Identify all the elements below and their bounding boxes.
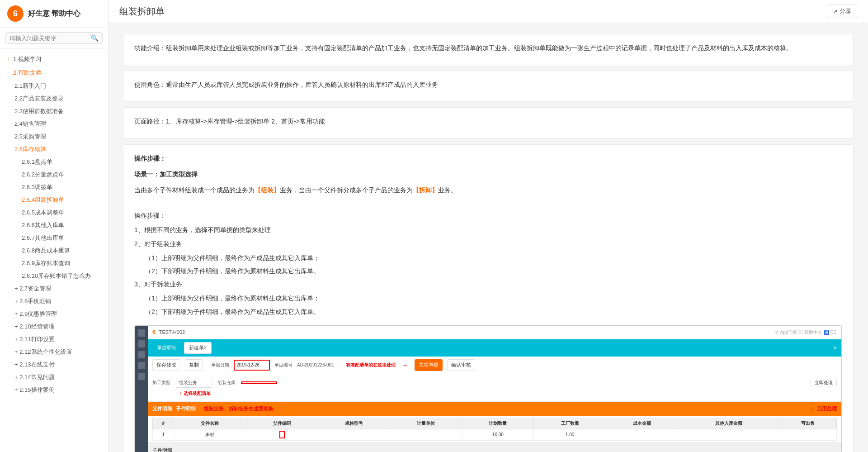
mock-sidebar-icon-1 [138, 329, 145, 337]
expand-plus: + [14, 374, 19, 381]
sidebar-item-inventory[interactable]: 2.6.1盘点单 [0, 156, 108, 168]
mock-confirm-btn[interactable]: 确认审核 [447, 359, 475, 371]
search-input[interactable] [9, 35, 91, 42]
step2: 2、对于组装业务 [134, 238, 842, 250]
sidebar-item-online-pay[interactable]: + 2.13在线支付 [0, 358, 108, 371]
sidebar-item-finance[interactable]: + 2.7资金管理 [0, 282, 108, 295]
sidebar-item-transfer[interactable]: 2.6.3调拨单 [0, 181, 108, 194]
td-sellable [779, 429, 837, 441]
expand-plus: + [14, 310, 19, 317]
logo-area: 6 好生意 帮助中心 [0, 0, 108, 28]
sidebar-item-inbound[interactable]: 2.6.6其他入库单 [0, 219, 108, 232]
expand-plus: + [14, 386, 19, 393]
path-card: 页面路径：1、库存核算->库存管理->组装拆卸单 2、首页->常用功能 [123, 107, 854, 138]
sidebar-item-install[interactable]: 2.2产品安装及登录 [0, 92, 108, 105]
mock-sidebar-icon-4 [138, 362, 145, 369]
sidebar-item-personalize[interactable]: + 2.12系统个性化设置 [0, 346, 108, 358]
sidebar-item-stock[interactable]: 2.6库存核算 [0, 143, 108, 156]
mock-type-value[interactable]: 组装业务 [176, 378, 212, 388]
mock-parent-label: 父件明细 [152, 404, 172, 414]
sidebar-item-assembly[interactable]: 2.6.4组装拆卸单 [0, 194, 108, 206]
mock-sidebar-icon-5 [138, 373, 145, 380]
sidebar-item-cost-adjust[interactable]: 2.6.5成本调整单 [0, 206, 108, 219]
mock-approve-btn[interactable]: 立即处理 [811, 378, 837, 387]
highlighted-input[interactable] [279, 431, 285, 438]
td-parent-name: 未材 [174, 429, 246, 441]
steps-title: 操作步骤： [134, 153, 842, 164]
expand-plus: + [14, 361, 19, 368]
sidebar-item-purchase[interactable]: 2.5采购管理 [0, 130, 108, 143]
mock-approve-label: 立即处理 [811, 379, 837, 386]
collapse-icon: − [7, 70, 10, 76]
mock-child-label: 子件明细 [176, 404, 196, 414]
search-box[interactable]: 🔍 [5, 32, 103, 44]
mock-wh-label: 组装仓库 [217, 379, 236, 387]
expand-plus: + [14, 285, 19, 292]
th-factory-qty: 工厂数量 [534, 418, 606, 429]
sidebar-item-ledger-error[interactable]: 2.6.10库存账本错了怎么办 [0, 270, 108, 282]
sidebar-item-sales[interactable]: 2.4销售管理 [0, 118, 108, 130]
th-cost: 成本金额 [606, 418, 678, 429]
sidebar-item-label: 1.视频学习 [13, 55, 42, 63]
sidebar-item-faq[interactable]: + 2.14常见问题 [0, 371, 108, 384]
logo-icon: 6 [7, 5, 24, 22]
step2-sub1: （1）上部明细为父件明细，最终作为产成品生成其它入库单； [145, 252, 842, 264]
th-instock: 其他入库金额 [678, 418, 779, 429]
parent-table: # 父件名称 父件编码 规格型号 计量单位 计划数量 工厂数量 成本金额 其他入 [152, 418, 837, 441]
topbar: 组装拆卸单 ↗ 分享 [108, 0, 868, 23]
step1: 1、根据不同的业务，选择不同单据的类型来处理 [134, 224, 842, 236]
sidebar-item-print[interactable]: + 2.11打印设置 [0, 333, 108, 346]
annotation-row-bom: ↑ 选择装配清单 [152, 390, 837, 398]
sidebar-item-video-learning[interactable]: + 1.视频学习 [0, 52, 108, 66]
role-card: 使用角色：通常由生产人员或库管人员完成拆装业务的操作，库管人员确认原材料的出库和… [123, 71, 854, 102]
sidebar-item-coupon[interactable]: + 2.9优惠券管理 [0, 308, 108, 320]
sidebar-item-new-user[interactable]: 2.1新手入门 [0, 80, 108, 92]
table-row: 1 未材 10.00 1.00 [153, 429, 837, 441]
mock-copy-btn[interactable]: 复制 [185, 359, 203, 371]
mock-wh-input[interactable] [241, 381, 277, 384]
path-text: 页面路径：1、库存核算->库存管理->组装拆卸单 2、首页->常用功能 [134, 116, 842, 127]
th-sellable: 可出售 [779, 418, 837, 429]
mock-close-icon[interactable]: ✕ [833, 344, 837, 352]
search-icon[interactable]: 🔍 [91, 34, 99, 42]
mock-app-header: 6 TEST-H002 ⚙ App下载 ⓘ 帮助中心 ♿ CC [148, 326, 841, 340]
sidebar-item-cost-recalc[interactable]: 2.6.8商品成本重算 [0, 244, 108, 257]
mock-logo: 6 [152, 328, 156, 338]
mock-save-btn[interactable]: 保存修改 [152, 359, 180, 371]
sidebar-item-cases[interactable]: + 2.15操作案例 [0, 384, 108, 396]
sidebar-item-help-docs[interactable]: − 2.帮助文档 [0, 66, 108, 80]
steps-card: 操作步骤： 场景一：加工类型选择 当由多个子件材料组装成一个成品的业务为【组装】… [123, 144, 854, 452]
th-plan-qty: 计划数量 [462, 418, 534, 429]
share-button[interactable]: ↗ 分享 [827, 5, 857, 18]
td-spec [318, 429, 390, 441]
mock-form-row1: 加工类型 组装业务 组装仓库 立即处理 [152, 378, 837, 388]
sidebar-item-ops[interactable]: + 2.10经营管理 [0, 320, 108, 333]
mock-date-label: 单据日期 [211, 361, 229, 369]
mock-app-id: TEST-H002 [159, 328, 185, 337]
sidebar-item-mobile[interactable]: + 2.8手机旺铺 [0, 295, 108, 308]
expand-plus: + [14, 348, 19, 355]
mock-tab-detail[interactable]: 单据明细 [152, 343, 181, 353]
nav-tree: + 1.视频学习 − 2.帮助文档 2.1新手入门 2.2产品安装及登录 2.3… [0, 49, 108, 452]
mock-sidebar [135, 326, 148, 452]
mock-sidebar-icon-2 [138, 340, 145, 347]
intro-text: 功能介绍：组装拆卸单用来处理企业组装或拆卸等加工业务，支持有固定装配清单的产品加… [134, 43, 842, 54]
mock-type-label: 加工类型 [152, 379, 170, 387]
mock-tabs: 单据明细 新建单2 [152, 342, 212, 354]
mock-tab-new2[interactable]: 新建单2 [184, 342, 212, 354]
sidebar-item-outbound[interactable]: 2.6.7其他出库单 [0, 232, 108, 244]
mock-title-bar: 单据明细 新建单2 ✕ [148, 339, 841, 357]
role-text: 使用角色：通常由生产人员或库管人员完成拆装业务的操作，库管人员确认原材料的出库和… [134, 79, 842, 90]
th-parent-code: 父件编码 [246, 418, 318, 429]
mock-related-btn[interactable]: 关联单据 [415, 359, 443, 371]
th-spec: 规格型号 [318, 418, 390, 429]
sidebar-item-partial-inventory[interactable]: 2.6.2分量盘点单 [0, 168, 108, 181]
mock-code-value: AD-20191226-001 [297, 361, 334, 369]
mock-date-input[interactable]: 2019-12-26 [234, 360, 270, 371]
sidebar-item-data-prep[interactable]: 2.3使用前数据准备 [0, 105, 108, 118]
td-unit [390, 429, 462, 441]
mock-form: 加工类型 组装业务 组装仓库 立即处理 ↑ [148, 374, 841, 402]
child-table-label-bar: 子件明细 [148, 442, 841, 452]
sidebar-item-ledger-query[interactable]: 2.6.9库存账本查询 [0, 257, 108, 270]
expand-plus: + [14, 298, 19, 305]
